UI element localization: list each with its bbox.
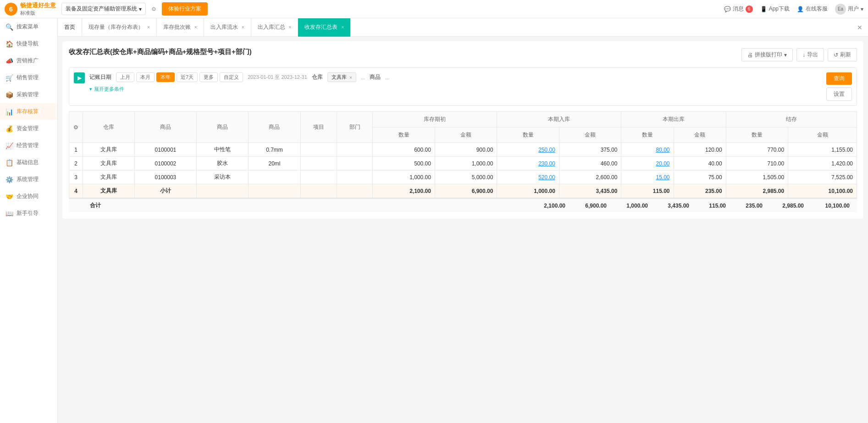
purchase-icon: 📦	[6, 91, 13, 99]
table-cell-out-qty[interactable]: 80.00	[621, 143, 674, 157]
table-cell-product-code: 0100001	[134, 143, 196, 157]
tab-in-out-summary[interactable]: 出入库汇总 ×	[251, 18, 299, 37]
table-cell-closing-qty: 770.00	[726, 143, 788, 157]
table-cell-index: 4	[69, 184, 83, 198]
table-cell-warehouse: 文具库	[83, 184, 135, 198]
app-download-item[interactable]: 📱 App下载	[760, 5, 790, 13]
refresh-btn[interactable]: ↺ 刷新	[828, 48, 857, 61]
sidebar-item-search[interactable]: 🔍 搜索菜单	[0, 18, 57, 35]
user-chevron-icon: ▾	[861, 6, 863, 12]
print-btn[interactable]: 🖨 拼接版打印 ▾	[741, 48, 793, 61]
table-cell-closing-amt: 7,525.00	[788, 170, 857, 184]
main-layout: 🔍 搜索菜单 🏠 快捷导航 📣 营销推广 🛒 销售管理 📦 采购管理 📊	[0, 18, 868, 423]
th-out-amt: 金额	[674, 127, 726, 143]
table-cell-product-name: 中性笔	[197, 143, 249, 157]
tab-close-in-out-flow[interactable]: ×	[242, 25, 244, 30]
chevron-down-icon: ▾	[139, 6, 142, 12]
message-badge: 6	[746, 5, 753, 13]
table-cell-out-qty[interactable]: 15.00	[621, 170, 674, 184]
sidebar-item-inventory[interactable]: 📊 库存核算	[0, 103, 57, 120]
expand-btn[interactable]: ▾ 展开更多条件	[89, 86, 822, 93]
content-area: 首页 现存量（库存分布表） × 库存批次账 × 出入库流水 × 出入库汇总 ×	[58, 18, 868, 423]
th-in-amt: 金额	[559, 127, 621, 143]
sidebar-item-quick-nav[interactable]: 🏠 快捷导航	[0, 35, 57, 52]
user-area[interactable]: Ea 用户 ▾	[835, 4, 863, 15]
try-btn[interactable]: 体验行业方案	[162, 2, 208, 16]
date-btn-custom[interactable]: 自定义	[220, 72, 243, 82]
date-btn-prev-month[interactable]: 上月	[116, 72, 134, 82]
tab-bar: 首页 现存量（库存分布表） × 库存批次账 × 出入库流水 × 出入库汇总 ×	[58, 18, 868, 37]
table-cell-closing-qty: 1,505.00	[726, 170, 788, 184]
table-cell-opening-amt: 6,900.00	[435, 184, 497, 198]
sidebar-item-system[interactable]: ⚙️ 系统管理	[0, 171, 57, 188]
table-cell-out-amt: 75.00	[674, 170, 726, 184]
tab-close-in-out-summary[interactable]: ×	[289, 25, 292, 30]
product-more-btn[interactable]: ...	[385, 75, 389, 80]
close-page-btn[interactable]: ✕	[851, 24, 868, 31]
table-cell-in-amt: 2,600.00	[559, 170, 621, 184]
query-btn[interactable]: 查询	[826, 72, 852, 85]
service-icon: 👤	[797, 6, 804, 12]
sidebar-item-guide[interactable]: 📖 新手引导	[0, 205, 57, 222]
date-btn-7days[interactable]: 近7天	[177, 72, 198, 82]
message-item[interactable]: 💬 消息 6	[724, 5, 753, 13]
sidebar-item-basic-info[interactable]: 📋 基础信息	[0, 154, 57, 171]
tab-close-receive-send-summary[interactable]: ×	[341, 25, 344, 30]
home-icon: 🏠	[6, 40, 13, 48]
settings-filter-btn[interactable]: 设置	[826, 88, 852, 101]
sidebar-item-purchase[interactable]: 📦 采购管理	[0, 86, 57, 103]
sidebar-item-sales[interactable]: 🛒 销售管理	[0, 69, 57, 86]
warehouse-tag-close[interactable]: ×	[349, 75, 352, 80]
tab-close-inventory-dist[interactable]: ×	[147, 25, 150, 30]
tab-home[interactable]: 首页	[58, 18, 82, 37]
table-cell-out-amt: 120.00	[674, 143, 726, 157]
table-cell-index: 3	[69, 170, 83, 184]
table-cell-closing-qty: 2,985.00	[726, 184, 788, 198]
export-btn[interactable]: ↓ 导出	[796, 48, 824, 61]
filter-toggle-btn[interactable]: ▶	[74, 72, 85, 83]
system-icon: ⚙️	[6, 176, 13, 183]
sidebar-item-enterprise[interactable]: 🤝 企业协同	[0, 188, 57, 205]
table-cell-in-qty[interactable]: 520.00	[497, 170, 559, 184]
product-label: 商品	[370, 73, 381, 81]
warehouse-label: 仓库	[312, 73, 323, 81]
sidebar-item-finance[interactable]: 💰 资金管理	[0, 120, 57, 137]
date-btn-this-year[interactable]: 本年	[156, 72, 175, 82]
tab-in-out-flow[interactable]: 出入库流水 ×	[204, 18, 251, 37]
th-product-name: 商品	[197, 112, 249, 143]
table-cell-department	[337, 184, 373, 198]
table-cell-in-qty[interactable]: 250.00	[497, 143, 559, 157]
settings-icon[interactable]: ⚙	[151, 6, 156, 12]
col-settings-btn[interactable]: ⚙	[69, 112, 83, 143]
table-cell-out-qty[interactable]: 20.00	[621, 157, 674, 170]
table-cell-project	[301, 184, 337, 198]
table-cell-closing-amt: 10,100.00	[788, 184, 857, 198]
marketing-icon: 📣	[6, 57, 13, 65]
top-header: 6 畅捷通好生意 标准版 装备及固定资产辅助管理系统 ▾ ⚙ 体验行业方案 💬 …	[0, 0, 868, 18]
footer-closing-amt: 10,100.00	[807, 203, 853, 209]
tab-close-batch-ledger[interactable]: ×	[194, 25, 197, 30]
tab-inventory-dist[interactable]: 现存量（库存分布表） ×	[82, 18, 157, 37]
table-cell-in-qty[interactable]: 230.00	[497, 157, 559, 170]
table-cell-department	[337, 143, 373, 157]
tab-receive-send-summary[interactable]: 收发存汇总表 ×	[298, 18, 351, 37]
table-cell-closing-amt: 1,155.00	[788, 143, 857, 157]
warehouse-more-btn[interactable]: ...	[361, 75, 365, 80]
th-warehouse: 仓库	[83, 112, 135, 143]
th-department: 部门	[337, 112, 373, 143]
date-btn-this-month[interactable]: 本月	[136, 72, 155, 82]
system-selector[interactable]: 装备及固定资产辅助管理系统 ▾	[61, 3, 146, 15]
table-cell-closing-amt: 1,420.00	[788, 157, 857, 170]
table-cell-product-spec	[248, 184, 300, 198]
sidebar-item-marketing[interactable]: 📣 营销推广	[0, 52, 57, 69]
inventory-icon: 📊	[6, 108, 13, 115]
table-cell-department	[337, 157, 373, 170]
date-btn-more[interactable]: 更多	[199, 72, 218, 82]
page-content: 收发存汇总表(按仓库+商品编码+商品+规格型号+项目+部门) 🖨 拼接版打印 ▾…	[58, 37, 868, 423]
sidebar-item-operation[interactable]: 📈 经营管理	[0, 137, 57, 154]
online-service-item[interactable]: 👤 在线客服	[797, 5, 828, 13]
table-cell-in-amt: 375.00	[559, 143, 621, 157]
table-cell-opening-qty: 1,000.00	[373, 170, 435, 184]
th-project: 项目	[301, 112, 337, 143]
tab-batch-ledger[interactable]: 库存批次账 ×	[157, 18, 204, 37]
